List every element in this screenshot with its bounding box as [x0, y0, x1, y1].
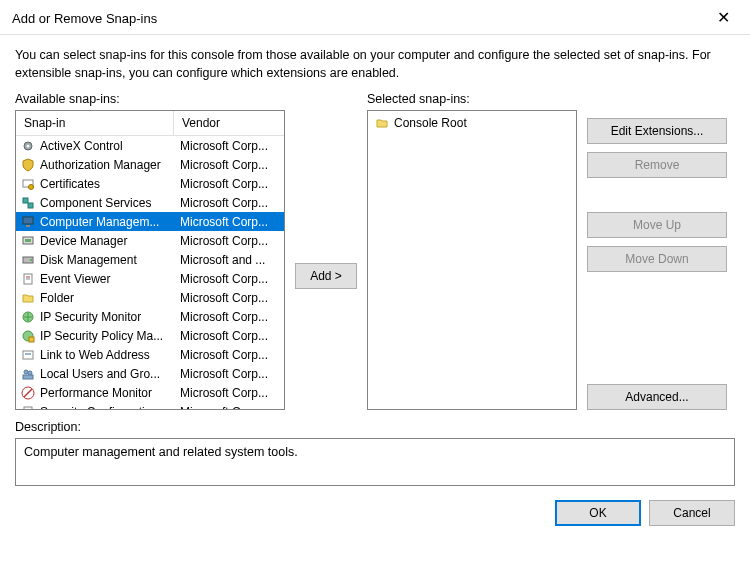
available-label: Available snap-ins:: [15, 92, 285, 106]
shield-icon: [20, 157, 36, 173]
list-item[interactable]: Event ViewerMicrosoft Corp...: [16, 269, 284, 288]
svg-rect-9: [25, 239, 31, 242]
header-snapin[interactable]: Snap-in: [16, 111, 174, 135]
monitor-icon: [20, 214, 36, 230]
footer-buttons: OK Cancel: [0, 486, 750, 526]
list-item-vendor: Microsoft Corp...: [174, 367, 284, 381]
selected-label: Selected snap-ins:: [367, 92, 577, 106]
svg-rect-17: [29, 337, 34, 342]
device-icon: [20, 233, 36, 249]
perf-icon: [20, 385, 36, 401]
description-box: Computer management and related system t…: [15, 438, 735, 486]
list-item[interactable]: Component ServicesMicrosoft Corp...: [16, 193, 284, 212]
list-item[interactable]: IP Security Policy Ma...Microsoft Corp..…: [16, 326, 284, 345]
list-item[interactable]: Link to Web AddressMicrosoft Corp...: [16, 345, 284, 364]
right-buttons-column: Edit Extensions... Remove Move Up Move D…: [587, 92, 727, 410]
list-item-name: IP Security Monitor: [40, 310, 174, 324]
list-item-name: Certificates: [40, 177, 174, 191]
list-item-vendor: Microsoft Corp...: [174, 291, 284, 305]
list-item-vendor: Microsoft Corp...: [174, 139, 284, 153]
list-item-name: Performance Monitor: [40, 386, 174, 400]
list-item[interactable]: Local Users and Gro...Microsoft Corp...: [16, 364, 284, 383]
list-item-name: Computer Managem...: [40, 215, 174, 229]
sec-icon: [20, 404, 36, 410]
list-item-vendor: Microsoft Corp...: [174, 405, 284, 410]
list-item-vendor: Microsoft Corp...: [174, 177, 284, 191]
list-item-name: ActiveX Control: [40, 139, 174, 153]
event-icon: [20, 271, 36, 287]
close-button[interactable]: ✕: [709, 8, 738, 28]
available-list-body[interactable]: ActiveX ControlMicrosoft Corp...Authoriz…: [16, 136, 284, 409]
tree-item[interactable]: Console Root: [372, 114, 572, 132]
list-item[interactable]: Performance MonitorMicrosoft Corp...: [16, 383, 284, 402]
flex-spacer: [587, 280, 727, 376]
list-item[interactable]: IP Security MonitorMicrosoft Corp...: [16, 307, 284, 326]
link-icon: [20, 347, 36, 363]
list-item-vendor: Microsoft Corp...: [174, 158, 284, 172]
list-item-vendor: Microsoft Corp...: [174, 329, 284, 343]
available-column: Available snap-ins: Snap-in Vendor Activ…: [15, 92, 285, 410]
list-item-name: IP Security Policy Ma...: [40, 329, 174, 343]
list-item[interactable]: FolderMicrosoft Corp...: [16, 288, 284, 307]
list-item[interactable]: Device ManagerMicrosoft Corp...: [16, 231, 284, 250]
users-icon: [20, 366, 36, 382]
list-item-vendor: Microsoft and ...: [174, 253, 284, 267]
svg-rect-22: [23, 375, 33, 379]
svg-point-20: [24, 370, 28, 374]
list-item-name: Event Viewer: [40, 272, 174, 286]
window-title: Add or Remove Snap-ins: [12, 11, 157, 26]
list-item[interactable]: ActiveX ControlMicrosoft Corp...: [16, 136, 284, 155]
intro-text: You can select snap-ins for this console…: [0, 35, 750, 92]
list-item-name: Folder: [40, 291, 174, 305]
svg-rect-6: [23, 217, 33, 224]
list-item-vendor: Microsoft Corp...: [174, 234, 284, 248]
remove-button[interactable]: Remove: [587, 152, 727, 178]
list-item[interactable]: Security Configurati...Microsoft Corp...: [16, 402, 284, 409]
list-item-vendor: Microsoft Corp...: [174, 272, 284, 286]
list-item-vendor: Microsoft Corp...: [174, 386, 284, 400]
list-item[interactable]: CertificatesMicrosoft Corp...: [16, 174, 284, 193]
description-section: Description: Computer management and rel…: [0, 410, 750, 486]
svg-point-1: [27, 144, 30, 147]
svg-rect-18: [23, 351, 33, 359]
available-snapins-list[interactable]: Snap-in Vendor ActiveX ControlMicrosoft …: [15, 110, 285, 410]
list-item-name: Authorization Manager: [40, 158, 174, 172]
svg-point-21: [28, 371, 32, 375]
svg-rect-7: [26, 225, 30, 227]
list-item-vendor: Microsoft Corp...: [174, 310, 284, 324]
header-vendor[interactable]: Vendor: [174, 111, 284, 135]
add-button[interactable]: Add >: [295, 263, 357, 289]
folder-icon: [374, 115, 390, 131]
gap: [587, 186, 727, 204]
cancel-button[interactable]: Cancel: [649, 500, 735, 526]
right-spacer-label: [587, 92, 727, 106]
list-item[interactable]: Authorization ManagerMicrosoft Corp...: [16, 155, 284, 174]
ipmon-icon: [20, 309, 36, 325]
ippol-icon: [20, 328, 36, 344]
svg-rect-25: [24, 407, 32, 410]
middle-column: Add >: [295, 92, 357, 410]
cert-icon: [20, 176, 36, 192]
disk-icon: [20, 252, 36, 268]
edit-extensions-button[interactable]: Edit Extensions...: [587, 118, 727, 144]
close-icon: ✕: [717, 9, 730, 26]
svg-rect-5: [28, 203, 33, 208]
gear-icon: [20, 138, 36, 154]
svg-rect-4: [23, 198, 28, 203]
list-header: Snap-in Vendor: [16, 111, 284, 136]
component-icon: [20, 195, 36, 211]
svg-point-3: [29, 184, 34, 189]
advanced-button[interactable]: Advanced...: [587, 384, 727, 410]
ok-button[interactable]: OK: [555, 500, 641, 526]
selected-snapins-tree[interactable]: Console Root: [367, 110, 577, 410]
move-up-button[interactable]: Move Up: [587, 212, 727, 238]
list-item[interactable]: Disk ManagementMicrosoft and ...: [16, 250, 284, 269]
folder-icon: [20, 290, 36, 306]
list-item-name: Local Users and Gro...: [40, 367, 174, 381]
list-item-vendor: Microsoft Corp...: [174, 215, 284, 229]
move-down-button[interactable]: Move Down: [587, 246, 727, 272]
list-item[interactable]: Computer Managem...Microsoft Corp...: [16, 212, 284, 231]
svg-point-11: [30, 259, 32, 261]
tree-item-label: Console Root: [394, 116, 467, 130]
list-item-name: Disk Management: [40, 253, 174, 267]
